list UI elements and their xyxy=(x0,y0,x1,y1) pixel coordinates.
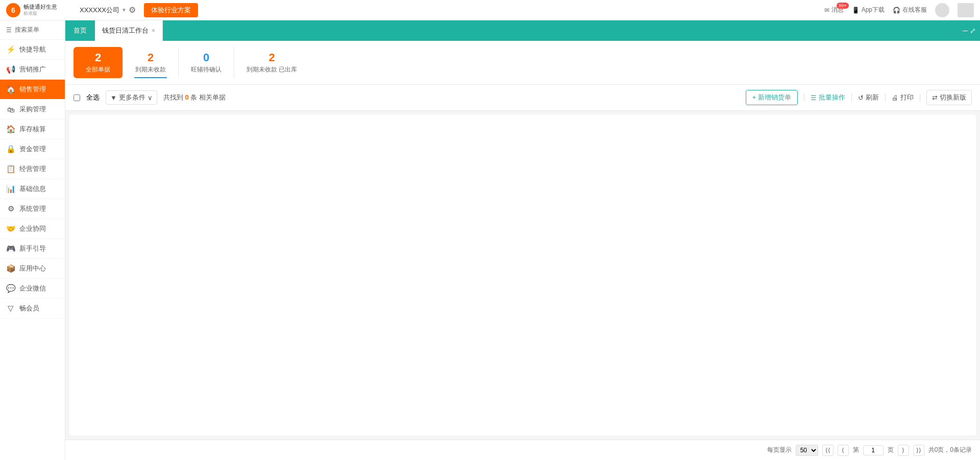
sidebar-item-member[interactable]: ▽ 畅会员 xyxy=(0,299,65,319)
switch-version-btn[interactable]: ⇄ 切换新版 xyxy=(926,90,972,105)
per-page-select[interactable]: 50 xyxy=(796,445,818,456)
found-prefix: 共找到 xyxy=(163,93,183,101)
sidebar-item-wechat[interactable]: 💬 企业微信 xyxy=(0,279,65,299)
stat-pending-confirm[interactable]: 0 旺辅待确认 xyxy=(179,47,234,78)
trial-button[interactable]: 体验行业方案 xyxy=(144,3,198,17)
inventory-label: 库存核算 xyxy=(19,125,46,134)
print-btn[interactable]: 🖨 打印 xyxy=(892,93,914,102)
tab-page-label: 钱货日清工作台 xyxy=(102,26,149,35)
stat-all-label: 全部单据 xyxy=(86,65,110,74)
company-selector[interactable]: XXXXXX公司 ▼ ⚙ 体验行业方案 xyxy=(71,3,824,17)
sidebar-item-enterprise-coop[interactable]: 🤝 企业协同 xyxy=(0,219,65,239)
tab-bar: 首页 钱货日清工作台 × ─ ⤢ xyxy=(65,20,980,41)
sidebar-item-inventory[interactable]: 🏠 库存核算 xyxy=(0,119,65,139)
page-suffix: 页 xyxy=(888,446,894,454)
tab-controls: ─ ⤢ xyxy=(959,27,980,35)
finance-label: 资金管理 xyxy=(19,144,46,154)
wechat-icon: 💬 xyxy=(6,284,15,293)
sidebar-search[interactable]: ☰ 搜索菜单 xyxy=(0,20,65,40)
found-suffix: 相关单据 xyxy=(199,93,226,101)
app-center-icon: 📦 xyxy=(6,264,15,273)
sidebar-item-quick-nav[interactable]: ⚡ 快捷导航 xyxy=(0,40,65,60)
table-area xyxy=(69,115,976,435)
sales-icon: 🏠 xyxy=(6,85,15,94)
select-all-label: 全选 xyxy=(86,93,100,102)
page-input[interactable] xyxy=(863,445,884,455)
divider-3 xyxy=(885,93,886,102)
filter-icon: ▼ xyxy=(110,94,117,102)
refresh-icon: ↺ xyxy=(858,94,864,102)
service-icon: 🎧 xyxy=(893,7,900,14)
sidebar-item-system[interactable]: ⚙ 系统管理 xyxy=(0,199,65,219)
filter-arrow-icon: ∨ xyxy=(148,94,153,102)
operations-label: 经营管理 xyxy=(19,164,46,174)
page-label: 第 xyxy=(853,446,859,454)
stat-all[interactable]: 2 全部单据 xyxy=(74,47,123,78)
download-icon: 📱 xyxy=(852,7,860,14)
batch-btn[interactable]: ☰ 批量操作 xyxy=(811,93,845,102)
logo-area: 6 畅捷通好生意 标准版 xyxy=(6,3,71,17)
sidebar-item-purchase[interactable]: 🛍 采购管理 xyxy=(0,100,65,119)
search-label: 搜索菜单 xyxy=(15,26,39,34)
online-service-btn[interactable]: 🎧 在线客服 xyxy=(893,6,927,14)
divider-1 xyxy=(804,93,804,102)
select-all-checkbox[interactable] xyxy=(74,94,80,101)
online-service-label: 在线客服 xyxy=(902,6,927,14)
logo-text: 畅捷通好生意 xyxy=(23,3,57,10)
switch-icon: ⇄ xyxy=(932,94,938,102)
pagination: 每页显示 50 ⟨⟨ ⟨ 第 页 ⟩ ⟩⟩ 共0页，0条记录 xyxy=(65,440,980,460)
toolbar: 全选 ▼ 更多条件 ∨ 共找到 0 条 相关单据 + 新增销货单 xyxy=(65,85,980,111)
enterprise-coop-label: 企业协同 xyxy=(19,224,46,233)
system-label: 系统管理 xyxy=(19,204,46,213)
switch-label: 切换新版 xyxy=(940,93,966,102)
newbie-label: 新手引导 xyxy=(19,244,46,253)
user-menu[interactable] xyxy=(958,3,974,17)
first-page-btn[interactable]: ⟨⟨ xyxy=(822,445,834,456)
filter-label: 更多条件 xyxy=(119,93,145,102)
sidebar-item-app-center[interactable]: 📦 应用中心 xyxy=(0,259,65,279)
message-btn[interactable]: ✉ 消息 99+ xyxy=(824,6,844,14)
new-sales-button[interactable]: + 新增销货单 xyxy=(746,90,798,105)
tab-current-page[interactable]: 钱货日清工作台 × xyxy=(95,20,163,41)
found-text: 共找到 0 条 相关单据 xyxy=(163,93,226,102)
last-page-btn[interactable]: ⟩⟩ xyxy=(913,445,924,456)
sidebar-item-marketing[interactable]: 📢 营销推广 xyxy=(0,60,65,80)
purchase-label: 采购管理 xyxy=(19,105,46,114)
tab-home[interactable]: 首页 xyxy=(65,20,95,41)
sidebar-item-sales[interactable]: 🏠 销售管理 xyxy=(0,80,65,100)
purchase-icon: 🛍 xyxy=(6,105,15,114)
stat-overdue-unshipped[interactable]: 2 到期未收款 已出库 xyxy=(234,47,309,78)
app-download-label: App下载 xyxy=(862,6,885,14)
tab-close-icon[interactable]: × xyxy=(152,27,155,34)
tab-minimize-btn[interactable]: ─ xyxy=(963,27,968,35)
stat-overdue-uncollected[interactable]: 2 到期未收款 xyxy=(123,47,179,78)
found-count: 0 xyxy=(185,93,189,101)
sidebar-item-finance[interactable]: 🔒 资金管理 xyxy=(0,139,65,159)
sidebar-item-basic-info[interactable]: 📊 基础信息 xyxy=(0,179,65,199)
top-header: 6 畅捷通好生意 标准版 XXXXXX公司 ▼ ⚙ 体验行业方案 ✉ 消息 99… xyxy=(0,0,980,20)
prev-page-btn[interactable]: ⟨ xyxy=(838,445,849,456)
per-page-label: 每页显示 xyxy=(767,446,792,454)
filter-button[interactable]: ▼ 更多条件 ∨ xyxy=(106,90,157,105)
main-layout: ☰ 搜索菜单 ⚡ 快捷导航 📢 营销推广 🏠 销售管理 🛍 采购管理 🏠 库存核… xyxy=(0,20,980,460)
tab-maximize-btn[interactable]: ⤢ xyxy=(970,27,976,35)
page-content: 2 全部单据 2 到期未收款 0 旺辅待确认 2 到期未收款 已出库 xyxy=(65,41,980,460)
settings-icon[interactable]: ⚙ xyxy=(129,5,136,15)
system-icon: ⚙ xyxy=(6,204,15,213)
app-download-btn[interactable]: 📱 App下载 xyxy=(852,6,885,14)
inventory-icon: 🏠 xyxy=(6,125,15,134)
next-page-btn[interactable]: ⟩ xyxy=(898,445,909,456)
header-right: ✉ 消息 99+ 📱 App下载 🎧 在线客服 xyxy=(824,3,974,17)
avatar[interactable] xyxy=(935,3,949,17)
basic-info-icon: 📊 xyxy=(6,184,15,193)
total-label: 共0页，0条记录 xyxy=(928,446,972,454)
sidebar-item-operations[interactable]: 📋 经营管理 xyxy=(0,159,65,179)
marketing-label: 营销推广 xyxy=(19,65,46,74)
refresh-btn[interactable]: ↺ 刷新 xyxy=(858,93,879,102)
enterprise-coop-icon: 🤝 xyxy=(6,224,15,233)
found-unit: 条 xyxy=(190,93,197,101)
logo-text-block: 畅捷通好生意 标准版 xyxy=(23,3,57,17)
sidebar-item-newbie[interactable]: 🎮 新手引导 xyxy=(0,239,65,259)
stat-pending-number: 0 xyxy=(191,51,222,64)
toolbar-left: 全选 ▼ 更多条件 ∨ 共找到 0 条 相关单据 xyxy=(74,90,740,105)
